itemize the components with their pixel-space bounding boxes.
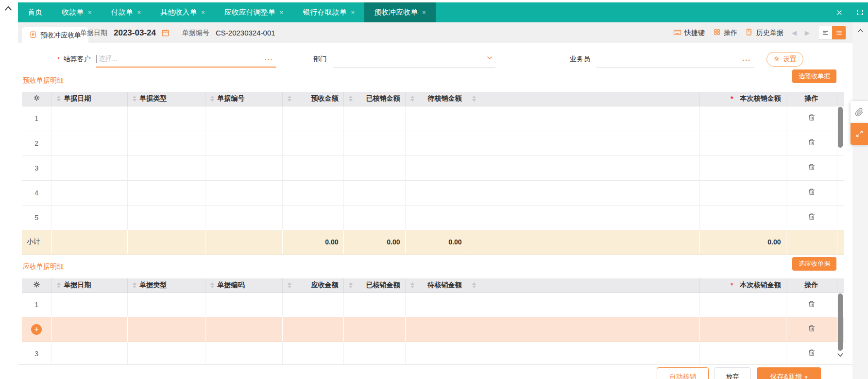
delete-row-trash-icon[interactable] [808, 349, 816, 357]
cell-writtenoff-amount[interactable] [343, 155, 405, 180]
date-value[interactable]: 2023-03-24 [114, 28, 156, 38]
cell-pending-amount[interactable] [405, 342, 467, 365]
prepaid-row[interactable]: 1 [22, 106, 844, 131]
cell-current-amount[interactable] [699, 106, 786, 131]
receivable-col-pending-amount[interactable]: 待核销金额 [428, 281, 462, 290]
delete-row-trash-icon[interactable] [808, 114, 816, 121]
top-tab-prepaid-writeoff-active[interactable]: 预收冲应收单 × [364, 2, 436, 22]
settlement-customer-input[interactable]: 选择... ··· [96, 51, 276, 68]
operation-menu-button[interactable]: 操作 [713, 28, 737, 37]
cell-number[interactable] [205, 205, 282, 230]
cell-writtenoff-amount[interactable] [343, 342, 405, 365]
cell-current-amount[interactable] [699, 317, 786, 342]
tab-close-icon[interactable]: × [201, 9, 205, 16]
sort-icon[interactable] [288, 96, 291, 102]
cell-date[interactable] [51, 180, 127, 205]
cell-receivable-amount[interactable] [282, 293, 343, 317]
tab-close-icon[interactable]: × [137, 9, 141, 16]
receivable-col-writtenoff-amount[interactable]: 已核销金额 [366, 281, 400, 290]
save-dropdown-caret-icon[interactable]: ▾ [805, 374, 808, 379]
cell-pending-amount[interactable] [405, 106, 467, 131]
auto-writeoff-button[interactable]: 自动核销 [657, 367, 709, 379]
delete-row-trash-icon[interactable] [808, 188, 816, 196]
top-tab-bank-deposit[interactable]: 银行存取款单 × [293, 2, 364, 22]
cell-writtenoff-amount[interactable] [343, 205, 405, 230]
cell-current-amount[interactable] [699, 180, 786, 205]
receivable-col-type[interactable]: 单据类型 [140, 281, 167, 290]
cell-type[interactable] [127, 293, 205, 317]
history-vouchers-button[interactable]: 历史单据 [746, 28, 783, 37]
prepaid-col-type[interactable]: 单据类型 [140, 94, 167, 103]
sort-icon[interactable] [349, 96, 353, 102]
top-tab-ar-ap-adjust[interactable]: 应收应付调整单 × [215, 2, 293, 22]
cell-pending-amount[interactable] [405, 155, 467, 180]
discard-button[interactable]: 放弃 [714, 367, 751, 379]
delete-row-trash-icon[interactable] [808, 325, 816, 332]
cell-writtenoff-amount[interactable] [343, 106, 405, 131]
receivable-table-scrollbar-thumb[interactable] [838, 293, 843, 351]
tab-close-icon[interactable]: × [88, 9, 92, 16]
cell-date[interactable] [51, 205, 127, 230]
page-scroll-up-icon[interactable] [857, 27, 864, 36]
prepaid-col-writtenoff-amount[interactable]: 已核销金额 [366, 94, 400, 103]
cell-current-amount[interactable] [699, 293, 786, 317]
delete-row-trash-icon[interactable] [808, 163, 816, 171]
close-icon[interactable] [834, 7, 845, 18]
prepaid-col-number[interactable]: 单据编号 [218, 94, 245, 103]
sort-icon[interactable] [472, 282, 476, 288]
cell-receivable-amount[interactable] [282, 342, 343, 365]
cell-code[interactable] [205, 293, 282, 317]
delete-row-trash-icon[interactable] [808, 213, 816, 221]
scroll-down-icon[interactable] [836, 351, 844, 361]
salesman-input[interactable]: ··· [596, 51, 754, 68]
delete-row-trash-icon[interactable] [808, 300, 816, 308]
sort-icon[interactable] [57, 96, 61, 102]
cell-writtenoff-amount[interactable] [343, 293, 405, 317]
cell-prepaid-amount[interactable] [282, 205, 343, 230]
prepaid-table-scrollbar-thumb[interactable] [838, 107, 843, 148]
sort-icon[interactable] [349, 282, 353, 288]
cell-type[interactable] [127, 342, 205, 365]
top-tab-payment[interactable]: 付款单 × [102, 2, 151, 22]
cell-date[interactable] [51, 342, 127, 365]
cell-current-amount[interactable] [699, 205, 786, 230]
cell-date[interactable] [51, 155, 127, 180]
cell-pending-amount[interactable] [405, 131, 467, 155]
cell-prepaid-amount[interactable] [282, 180, 343, 205]
select-prepaid-vouchers-button[interactable]: 选预收单据 [792, 69, 836, 83]
top-tab-receipt[interactable]: 收款单 × [52, 2, 102, 22]
sort-icon[interactable] [210, 282, 214, 288]
customer-lookup-ellipsis-icon[interactable]: ··· [264, 55, 273, 64]
add-row-plus-icon[interactable]: + [31, 324, 42, 335]
cell-receivable-amount[interactable] [282, 317, 343, 342]
tab-close-icon[interactable]: × [351, 9, 355, 16]
page-scrollbar-rail[interactable] [852, 22, 868, 379]
cell-prepaid-amount[interactable] [282, 106, 343, 131]
cell-number[interactable] [205, 106, 282, 131]
cell-type[interactable] [127, 131, 205, 155]
sort-icon[interactable] [57, 282, 61, 288]
prepaid-col-pending-amount[interactable]: 待核销金额 [428, 94, 462, 103]
select-receivable-vouchers-button[interactable]: 选应收单据 [792, 257, 836, 271]
column-settings-gear-icon[interactable] [33, 280, 41, 290]
tab-close-icon[interactable]: × [280, 9, 284, 16]
document-tab-active[interactable]: 预收冲应收单 [22, 27, 88, 43]
cell-type[interactable] [127, 155, 205, 180]
prepaid-col-date[interactable]: 单据日期 [64, 94, 91, 103]
sort-icon[interactable] [410, 96, 414, 102]
cell-date[interactable] [51, 106, 127, 131]
cell-number[interactable] [205, 131, 282, 155]
calendar-icon[interactable] [161, 29, 170, 37]
prepaid-row[interactable]: 5 [22, 205, 844, 230]
cell-pending-amount[interactable] [405, 293, 467, 317]
sort-icon[interactable] [210, 96, 214, 102]
cell-date[interactable] [51, 131, 127, 155]
department-select[interactable] [333, 51, 495, 68]
prepaid-row[interactable]: 3 [22, 155, 844, 180]
next-voucher-icon[interactable]: ▶ [805, 29, 810, 36]
cell-current-amount[interactable] [699, 131, 786, 155]
cell-writtenoff-amount[interactable] [343, 317, 405, 342]
cell-pending-amount[interactable] [405, 180, 467, 205]
cell-writtenoff-amount[interactable] [343, 180, 405, 205]
settings-button[interactable]: 设置 [766, 52, 803, 67]
